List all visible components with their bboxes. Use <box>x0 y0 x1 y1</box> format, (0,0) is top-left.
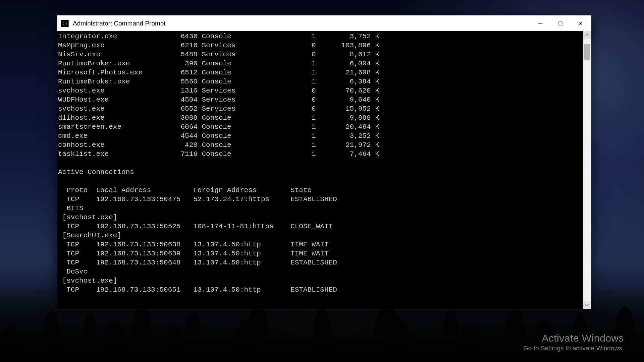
titlebar[interactable]: C:\ Administrator: Command Prompt <box>57 15 591 31</box>
maximize-icon <box>558 21 563 26</box>
svg-rect-1 <box>559 22 562 25</box>
watermark-line1: Activate Windows <box>523 333 624 344</box>
scroll-up-button[interactable] <box>583 31 591 39</box>
command-prompt-window: C:\ Administrator: Command Prompt Integr… <box>57 15 591 309</box>
window-title: Administrator: Command Prompt <box>73 20 166 27</box>
scrollbar-thumb[interactable] <box>584 44 590 60</box>
chevron-up-icon <box>585 33 589 37</box>
terminal-output[interactable]: Integrator.exe 6436 Console 1 3,752 K Ms… <box>57 31 583 309</box>
minimize-icon <box>538 21 543 26</box>
close-button[interactable] <box>571 15 591 31</box>
vertical-scrollbar[interactable] <box>583 31 591 309</box>
watermark-line2: Go to Settings to activate Windows. <box>523 345 624 352</box>
close-icon <box>578 21 583 26</box>
scroll-down-button[interactable] <box>583 301 591 309</box>
minimize-button[interactable] <box>530 15 550 31</box>
maximize-button[interactable] <box>550 15 571 31</box>
activate-windows-watermark: Activate Windows Go to Settings to activ… <box>523 333 624 352</box>
scrollbar-track[interactable] <box>583 39 591 301</box>
chevron-down-icon <box>585 303 589 307</box>
cmd-app-icon: C:\ <box>61 20 69 27</box>
